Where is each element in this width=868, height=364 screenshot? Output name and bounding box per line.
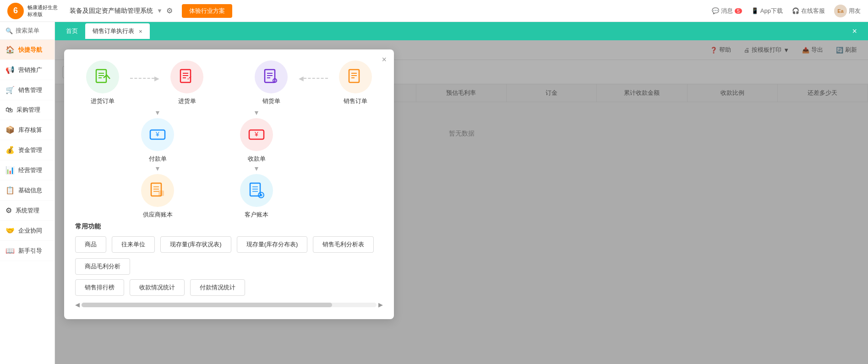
sidebar-item-sales[interactable]: 🛒 销售管理 [0,80,55,100]
dropdown-arrow-icon[interactable]: ▼ [157,7,163,14]
sidebar-label-finance: 资金管理 [18,146,42,154]
flow-label-fukuan: 付款单 [149,155,167,163]
sidebar-label-inventory: 库存核算 [18,126,42,134]
sales-order-tab-label: 销售订单执行表 [93,27,134,35]
message-label: 消息 [721,7,733,15]
cf-btn-inventory-status[interactable]: 现存量(库存状况表) [160,236,231,253]
tab-home[interactable]: 首页 [59,23,85,39]
message-item[interactable]: 💬 消息 5 [712,7,742,15]
logo-area: 6 畅康通好生意 标准版 [7,3,62,19]
user-item[interactable]: Ea 用友 [834,5,861,17]
cf-btn-sales-ranking[interactable]: 销售排行榜 [75,279,124,296]
sidebar-item-inventory[interactable]: 📦 库存核算 [0,120,55,140]
flow-node-customer[interactable] [240,174,273,207]
logo-text: 畅康通好生意 标准版 [27,4,58,17]
cf-btn-goods-gross[interactable]: 商品毛利分析 [75,258,130,275]
flow-label-jinhuo-order: 进货订单 [91,97,115,105]
svg-text:¥: ¥ [155,130,159,138]
flow-label-supplier: 供应商账本 [143,211,173,219]
cf-btn-sales-gross[interactable]: 销售毛利分析表 [313,236,374,253]
user-name: 用友 [849,7,861,15]
flow-label-shoukuan: 收款单 [248,155,266,163]
cf-btn-receipt-stats[interactable]: 收款情况统计 [130,279,185,296]
flow-label-customer: 客户账本 [245,211,268,219]
top-header: 6 畅康通好生意 标准版 装备及固定资产辅助管理系统 ▼ ⚙ 体验行业方案 💬 … [0,0,868,22]
sidebar-item-marketing[interactable]: 📢 营销推广 [0,60,55,80]
search-icon: 🔍 [5,27,13,34]
flow-node-jinhuo-order[interactable] [86,60,119,93]
tab-close-icon[interactable]: × [139,28,142,35]
sidebar-label-system: 系统管理 [16,206,39,215]
system-icon: ⚙ [5,206,12,215]
download-icon: 📱 [751,7,759,14]
sidebar-item-operations[interactable]: 📊 经营管理 [0,160,55,180]
purchase-icon: 🛍 [5,106,13,114]
tab-bar: 首页 销售订单执行表 × × [55,22,868,40]
basic-icon: 📋 [5,186,15,195]
sidebar-item-newbie[interactable]: 📖 新手引导 [0,241,55,261]
sidebar-label-sales: 销售管理 [18,86,42,94]
newbie-icon: 📖 [5,246,15,255]
sidebar: 🔍 搜索菜单 🏠 快捷导航 📢 营销推广 🛒 销售管理 🛍 采购管理 📦 库存核… [0,22,55,364]
cf-btn-inventory-dist[interactable]: 现存量(库存分布表) [237,236,308,253]
flow-node-supplier[interactable] [141,174,174,207]
flow-label-xiaohuo-order: 销售订单 [344,97,367,105]
sidebar-label-basic: 基础信息 [18,186,42,195]
sales-icon: 🛒 [5,86,15,94]
main-area: 首页 销售订单执行表 × × ❓ 帮助 🖨 按模板打印 ▼ 📤 导出 [55,22,868,364]
modal-close-button[interactable]: × [382,55,387,65]
sidebar-item-enterprise[interactable]: 🤝 企业协同 [0,221,55,241]
finance-icon: 💰 [5,146,15,154]
sidebar-label-purchase: 采购管理 [16,106,40,114]
enterprise-icon: 🤝 [5,226,15,235]
service-icon: 🎧 [792,7,799,14]
sidebar-label-newbie: 新手引导 [18,247,42,255]
close-main-icon[interactable]: × [852,27,857,36]
common-functions-section: 常用功能 商品 往来单位 现存量(库存状况表) 现存量(库存分布表) 销售毛利分… [75,223,383,296]
home-tab-label: 首页 [66,27,78,34]
sidebar-label-quick-nav: 快捷导航 [18,46,42,54]
flow-label-jinhuo: 进货单 [178,97,196,105]
flow-node-xiaohuo[interactable] [255,60,288,93]
modal-overlay[interactable]: × 进货订单 [55,40,868,364]
system-title-area: 装备及固定资产辅助管理系统 ▼ ⚙ 体验行业方案 [70,4,712,18]
sidebar-item-quick-nav[interactable]: 🏠 快捷导航 [0,40,55,60]
flow-node-fukuan[interactable]: ¥ [141,118,174,151]
search-menu-item[interactable]: 🔍 搜索菜单 [0,22,55,40]
user-avatar: Ea [834,5,847,17]
scroll-right-icon[interactable]: ▶ [378,301,383,308]
quick-nav-icon: 🏠 [5,45,15,54]
modal-box: × 进货订单 [64,49,394,319]
flow-label-xiaohuo: 销货单 [262,97,280,105]
sidebar-item-system[interactable]: ⚙ 系统管理 [0,201,55,221]
sidebar-item-basic[interactable]: 📋 基础信息 [0,180,55,201]
operations-icon: 📊 [5,166,15,174]
message-icon: 💬 [712,7,719,14]
message-badge: 5 [735,8,742,14]
header-right: 💬 消息 5 📱 App下载 🎧 在线客服 Ea 用友 [712,5,861,17]
logo-icon: 6 [7,3,24,19]
flow-node-xiaohuo-order[interactable] [339,60,372,93]
trial-button[interactable]: 体验行业方案 [182,4,232,18]
scroll-left-icon[interactable]: ◀ [75,301,80,308]
cf-btn-counterparty[interactable]: 往来单位 [112,236,155,253]
cf-btn-goods[interactable]: 商品 [75,236,106,253]
sidebar-item-finance[interactable]: 💰 资金管理 [0,140,55,160]
content-area: ❓ 帮助 🖨 按模板打印 ▼ 📤 导出 🔄 刷新 📅 单据状态 [55,40,868,364]
search-menu-label: 搜索菜单 [16,27,39,35]
scrollbar-area: ◀ ▶ [75,301,383,308]
inventory-icon: 📦 [5,125,15,134]
flow-diagram: 进货订单 ▶ 进货单 [75,60,383,219]
svg-rect-25 [158,190,164,196]
cf-btn-payment-stats[interactable]: 付款情况统计 [190,279,245,296]
flow-node-shoukuan[interactable]: ¥ [240,118,273,151]
flow-node-jinhuo[interactable] [170,60,203,93]
sidebar-label-operations: 经营管理 [18,166,42,174]
sidebar-label-marketing: 营销推广 [18,66,42,74]
app-download-item[interactable]: 📱 App下载 [751,7,783,15]
online-service-item[interactable]: 🎧 在线客服 [792,7,825,15]
settings-icon[interactable]: ⚙ [166,6,173,15]
tab-sales-order[interactable]: 销售订单执行表 × [85,23,150,39]
sidebar-item-purchase[interactable]: 🛍 采购管理 [0,100,55,120]
cf-row-2: 销售排行榜 收款情况统计 付款情况统计 [75,279,383,296]
